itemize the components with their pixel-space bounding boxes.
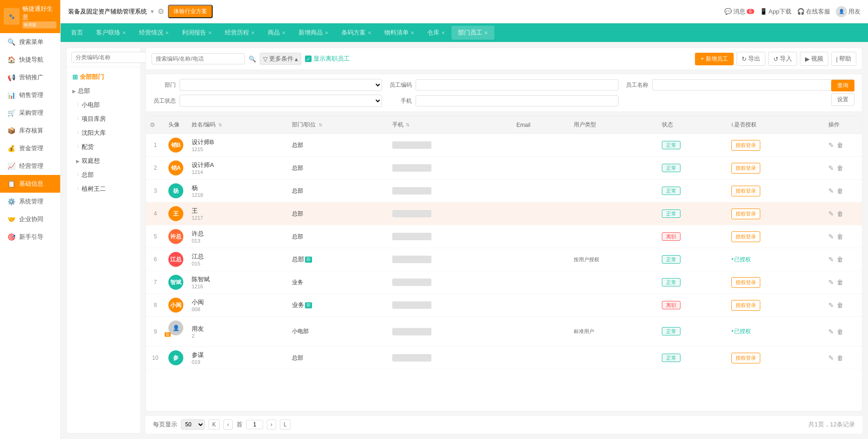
sidebar-item-marketing[interactable]: 📢营销推广	[0, 69, 60, 86]
sidebar-item-inventory[interactable]: 📦库存核算	[0, 122, 60, 139]
sidebar-item-finance[interactable]: 💰资金管理	[0, 139, 60, 157]
delete-icon-5[interactable]: 🗑	[837, 256, 843, 263]
edit-icon-6[interactable]: ✎	[828, 279, 834, 286]
nav-tab-4[interactable]: 经营历程✕	[218, 26, 261, 40]
nav-tab-7[interactable]: 条码方案✕	[335, 26, 378, 40]
app-download-btn[interactable]: 📱 App下载	[760, 7, 792, 16]
auth-btn-0[interactable]: 授权登录	[731, 140, 760, 151]
dept-item-6[interactable]: └总部	[67, 168, 140, 182]
sidebar-item-quicknav[interactable]: 🏠快捷导航	[0, 51, 60, 69]
delete-icon-1[interactable]: 🗑	[837, 164, 843, 172]
auth-btn-9[interactable]: 授权登录	[731, 353, 760, 363]
online-service-btn[interactable]: 🎧 在线客服	[797, 7, 830, 16]
dept-all[interactable]: ⊞ 全部部门	[67, 70, 140, 84]
dept-item-5[interactable]: ▶ 双庭想	[67, 154, 140, 168]
sidebar-item-guide[interactable]: 🎯新手引导	[0, 228, 60, 246]
tab-close-7[interactable]: ✕	[368, 30, 371, 35]
edit-icon-2[interactable]: ✎	[828, 187, 834, 195]
tab-close-9[interactable]: ✕	[441, 30, 445, 35]
tab-close-3[interactable]: ✕	[208, 30, 212, 35]
edit-icon-3[interactable]: ✎	[828, 210, 834, 217]
dept-search-input[interactable]	[71, 52, 150, 63]
tab-close-1[interactable]: ✕	[122, 30, 126, 35]
name-sort-icon[interactable]: ⇅	[218, 122, 222, 127]
auth-btn-6[interactable]: 授权登录	[731, 277, 760, 288]
edit-icon-8[interactable]: ✎	[828, 328, 834, 335]
dept-filter-select[interactable]	[180, 79, 382, 91]
tab-close-8[interactable]: ✕	[410, 30, 414, 35]
show-resigned-toggle[interactable]: ✓ 显示离职员工	[305, 55, 350, 63]
sidebar-item-collab[interactable]: 🤝企业协同	[0, 210, 60, 228]
dept-item-2[interactable]: └项目库房	[67, 112, 140, 126]
phone-sort-icon[interactable]: ⇅	[406, 122, 410, 127]
sidebar-item-operations[interactable]: 📈经营管理	[0, 157, 60, 175]
edit-icon-0[interactable]: ✎	[828, 141, 834, 149]
message-btn[interactable]: 💬 消息 6	[724, 7, 754, 16]
export-btn[interactable]: ↻ 导出	[736, 52, 765, 66]
nav-tab-6[interactable]: 新增商品✕	[292, 26, 335, 40]
edit-icon-5[interactable]: ✎	[828, 256, 834, 263]
nav-tab-3[interactable]: 利润报告✕	[175, 26, 218, 40]
auth-btn-4[interactable]: 授权登录	[731, 231, 760, 242]
dept-item-1[interactable]: └小电部	[67, 98, 140, 112]
sidebar-item-basic[interactable]: 📋基础信息	[0, 175, 60, 193]
nav-tab-5[interactable]: 商品✕	[261, 26, 292, 40]
dept-item-4[interactable]: └配货	[67, 140, 140, 154]
first-page-btn[interactable]: K	[208, 419, 220, 430]
last-page-btn[interactable]: L	[280, 419, 291, 430]
help-btn[interactable]: | 帮助	[831, 52, 856, 66]
search-submit-btn[interactable]: 🔍	[249, 56, 256, 63]
dept-sort-icon[interactable]: ⇅	[319, 122, 322, 127]
experience-btn[interactable]: 体验行业方案	[168, 5, 213, 18]
view-btn[interactable]: ▶ 视频	[800, 52, 828, 66]
empstatus-filter-select[interactable]	[180, 95, 382, 107]
edit-icon-1[interactable]: ✎	[828, 164, 834, 172]
delete-icon-0[interactable]: 🗑	[837, 141, 843, 149]
sidebar-item-purchase[interactable]: 🛒采购管理	[0, 104, 60, 122]
add-employee-btn[interactable]: + 新增员工	[695, 53, 733, 65]
delete-icon-9[interactable]: 🗑	[837, 354, 843, 362]
auth-btn-3[interactable]: 授权登录	[731, 209, 760, 219]
delete-icon-3[interactable]: 🗑	[837, 210, 843, 217]
sidebar-item-system[interactable]: ⚙️系统管理	[0, 193, 60, 210]
edit-icon-9[interactable]: ✎	[828, 354, 834, 362]
auth-btn-1[interactable]: 授权登录	[731, 163, 760, 174]
dept-item-0[interactable]: ▶ 总部	[67, 84, 140, 98]
col-settings-icon[interactable]: ⚙	[150, 121, 155, 128]
next-page-btn[interactable]: ›	[267, 419, 276, 430]
sidebar-item-sales[interactable]: 📊销售管理	[0, 86, 60, 104]
nav-tab-8[interactable]: 物料清单✕	[378, 26, 421, 40]
tab-close-5[interactable]: ✕	[282, 30, 285, 35]
tab-close-2[interactable]: ✕	[165, 30, 169, 35]
user-btn[interactable]: 👤 用友	[836, 6, 861, 17]
current-page-input[interactable]	[246, 420, 263, 429]
phone-filter-input[interactable]	[416, 95, 618, 106]
dept-item-3[interactable]: └沈阳大库	[67, 126, 140, 140]
nav-tab-0[interactable]: 首页	[64, 26, 90, 40]
tab-close-6[interactable]: ✕	[325, 30, 328, 35]
delete-icon-8[interactable]: 🗑	[837, 328, 843, 335]
sidebar-item-search[interactable]: 🔍搜索菜单	[0, 33, 60, 51]
delete-icon-2[interactable]: 🗑	[837, 187, 843, 195]
import-btn[interactable]: ↺ 导入	[768, 52, 797, 66]
nav-tab-1[interactable]: 客户联络✕	[90, 26, 132, 40]
edit-icon-4[interactable]: ✎	[828, 233, 834, 240]
nav-tab-2[interactable]: 经营情况✕	[132, 26, 175, 40]
delete-icon-7[interactable]: 🗑	[837, 301, 843, 309]
query-btn[interactable]: 查询	[831, 80, 854, 91]
filter-more-btn[interactable]: ▽ 更多条件 ▴	[260, 53, 301, 65]
resigned-checkbox[interactable]: ✓	[305, 56, 312, 62]
set-btn[interactable]: 设置	[831, 93, 854, 106]
empname-filter-input[interactable]	[652, 79, 854, 91]
delete-icon-4[interactable]: 🗑	[837, 233, 843, 240]
delete-icon-6[interactable]: 🗑	[837, 279, 843, 286]
auth-btn-2[interactable]: 授权登录	[731, 186, 760, 196]
dept-item-7[interactable]: └植树王二	[67, 182, 140, 196]
settings-icon[interactable]: ⚙	[158, 7, 164, 16]
title-dropdown-icon[interactable]: ▾	[151, 8, 154, 15]
tab-close-4[interactable]: ✕	[251, 30, 255, 35]
per-page-select[interactable]: 50 100	[181, 419, 205, 430]
search-input[interactable]	[152, 53, 245, 64]
auth-btn-7[interactable]: 授权登录	[731, 300, 760, 311]
nav-tab-9[interactable]: 仓库✕	[421, 26, 451, 40]
